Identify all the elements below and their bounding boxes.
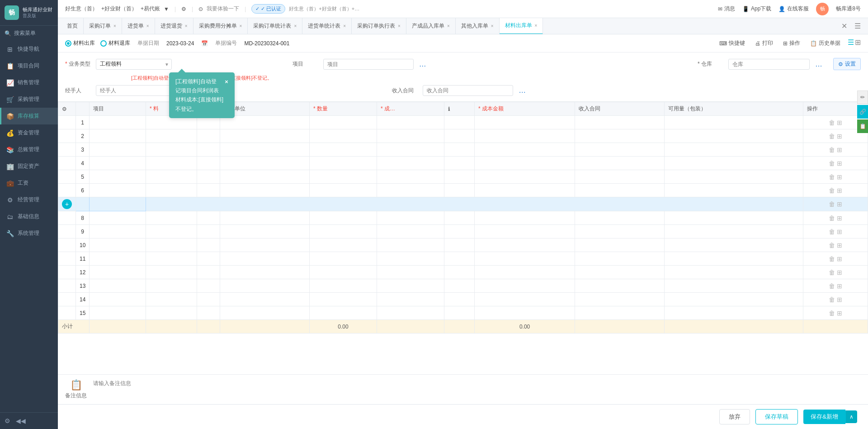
row-8-copy-icon[interactable]: ⊞ <box>837 214 842 222</box>
add-row-delete-icon[interactable]: 🗑 <box>829 200 835 208</box>
row-13-delete-icon[interactable]: 🗑 <box>829 282 835 290</box>
tab-product-inbound[interactable]: 产成品入库单× <box>406 18 456 34</box>
settings-btn[interactable]: ⚙ 设置 <box>833 58 861 70</box>
income-contract-input[interactable] <box>423 85 513 96</box>
row-1-income-contract[interactable] <box>575 116 665 129</box>
tab-close-purchase-order[interactable]: × <box>113 24 116 29</box>
row-9-delete-icon[interactable]: 🗑 <box>829 228 835 235</box>
sidebar-item-fixed-assets[interactable]: 🏢 固定资产 <box>0 158 58 175</box>
add-row-button[interactable]: + <box>62 199 72 209</box>
topbar-nav-dropdown[interactable]: ▼ <box>164 6 169 12</box>
sidebar-item-sales[interactable]: 📈 销售管理 <box>0 74 58 91</box>
row-13-copy-icon[interactable]: ⊞ <box>837 282 842 290</box>
tab-close-purchase-exec[interactable]: × <box>398 24 401 29</box>
row-15-delete-icon[interactable]: 🗑 <box>829 310 835 317</box>
topbar-experience-btn[interactable]: 我要体验一下 <box>207 5 239 13</box>
row-9-copy-icon[interactable]: ⊞ <box>837 228 842 235</box>
sidebar-item-basic-info[interactable]: 🗂 基础信息 <box>0 208 58 225</box>
topbar-nav-hyc[interactable]: +好业财（首） <box>101 5 137 13</box>
save-new-button[interactable]: 保存&新增 <box>803 410 845 424</box>
row-3-spec[interactable] <box>197 143 220 157</box>
row-2-qty[interactable] <box>310 129 377 143</box>
print-btn[interactable]: 🖨 打印 <box>752 38 776 48</box>
row-5-copy-icon[interactable]: ⊞ <box>837 173 842 181</box>
business-type-input[interactable] <box>96 59 172 70</box>
collapse-icon[interactable]: ◀◀ <box>16 417 26 424</box>
history-btn[interactable]: 📋 历史单据 <box>807 38 843 48</box>
row-4-copy-icon[interactable]: ⊞ <box>837 160 842 167</box>
income-contract-dots[interactable]: … <box>519 87 526 94</box>
avatar[interactable]: 畅 <box>816 3 829 15</box>
row-2-material[interactable] <box>146 129 197 143</box>
tab-purchase-expense[interactable]: 采购费用分摊单× <box>193 18 248 34</box>
topbar-nav-ydz[interactable]: +易代账 <box>141 5 160 13</box>
tab-close-other-inbound[interactable]: × <box>491 24 494 29</box>
list-view-icon[interactable]: ☰ <box>848 38 854 48</box>
row-2-warehouse-unit[interactable] <box>220 129 310 143</box>
right-tool-edit[interactable]: ✏ <box>857 91 868 104</box>
tab-menu-icon[interactable]: ☰ <box>851 22 864 30</box>
username[interactable]: 畅库通8号 <box>836 5 861 13</box>
row-10-delete-icon[interactable]: 🗑 <box>829 242 835 249</box>
row-6-delete-icon[interactable]: 🗑 <box>829 187 835 194</box>
row-1-cost-amount[interactable] <box>475 116 575 129</box>
online-service-btn[interactable]: 👤 在线客服 <box>778 5 809 13</box>
search-menu[interactable]: 🔍 搜索菜单 <box>0 26 58 41</box>
col-header-settings[interactable]: ⚙ <box>58 102 76 116</box>
row-3-qty[interactable] <box>310 143 377 157</box>
add-row-copy-icon[interactable]: ⊞ <box>837 200 842 208</box>
row-3-delete-icon[interactable]: 🗑 <box>829 146 835 153</box>
quick-key-btn[interactable]: ⌨ 快捷键 <box>717 38 748 48</box>
calendar-icon[interactable]: 📅 <box>201 40 208 47</box>
operation-btn[interactable]: ⊞ 操作 <box>780 38 803 48</box>
tab-close-all[interactable]: ✕ <box>838 22 851 30</box>
save-new-arrow-button[interactable]: ∧ <box>845 410 857 423</box>
radio-outbound[interactable]: 材料出库 <box>65 39 95 47</box>
row-3-income-contract[interactable] <box>575 143 665 157</box>
tab-close-incoming-return[interactable]: × <box>185 24 188 29</box>
warehouse-input[interactable] <box>728 59 810 70</box>
row-10-copy-icon[interactable]: ⊞ <box>837 242 842 249</box>
tab-close-incoming-stat[interactable]: × <box>343 24 346 29</box>
sidebar-item-ledger[interactable]: 📚 总账管理 <box>0 141 58 158</box>
row-1-delete-icon[interactable]: 🗑 <box>829 119 835 126</box>
row-1-cost[interactable] <box>377 116 444 129</box>
row-6-copy-icon[interactable]: ⊞ <box>837 187 842 194</box>
row-1-qty[interactable] <box>310 116 377 129</box>
sidebar-item-inventory[interactable]: 📦 库存核算 <box>0 108 58 124</box>
sidebar-item-quick-nav[interactable]: ⊞ 快捷导航 <box>0 41 58 57</box>
handler-input[interactable] <box>96 85 177 96</box>
row-3-material[interactable] <box>146 143 197 157</box>
project-dots[interactable]: … <box>419 61 426 68</box>
row-14-copy-icon[interactable]: ⊞ <box>837 296 842 303</box>
tab-purchase-order[interactable]: 采购订单× <box>84 18 122 34</box>
sidebar-item-project[interactable]: 📋 项目合同 <box>0 57 58 74</box>
tab-close-incoming[interactable]: × <box>146 24 149 29</box>
topbar-settings-icon[interactable]: ⚙ <box>181 6 186 12</box>
row-5-delete-icon[interactable]: 🗑 <box>829 173 835 181</box>
app-download-btn[interactable]: 📱 App下载 <box>742 5 771 13</box>
sidebar-item-finance[interactable]: 💰 资金管理 <box>0 124 58 141</box>
sidebar-item-purchase[interactable]: 🛒 采购管理 <box>0 91 58 108</box>
tab-incoming-stat[interactable]: 进货单统计表× <box>302 18 352 34</box>
tab-close-purchase-stat[interactable]: × <box>294 24 297 29</box>
tab-close-product-inbound[interactable]: × <box>447 24 450 29</box>
settings-icon[interactable]: ⚙ <box>5 417 10 424</box>
radio-return[interactable]: 材料退库 <box>100 39 130 47</box>
tab-other-inbound[interactable]: 其他入库单× <box>456 18 500 34</box>
tooltip-close[interactable]: × <box>225 77 228 87</box>
row-15-copy-icon[interactable]: ⊞ <box>837 310 842 317</box>
right-tool-link[interactable]: 🔗 <box>857 105 868 119</box>
warehouse-dots[interactable]: … <box>815 61 822 68</box>
topbar-nav-hsy[interactable]: 好生意（首） <box>65 5 98 13</box>
row-12-delete-icon[interactable]: 🗑 <box>829 269 835 276</box>
row-11-delete-icon[interactable]: 🗑 <box>829 255 835 262</box>
row-3-warehouse-unit[interactable] <box>220 143 310 157</box>
row-2-delete-icon[interactable]: 🗑 <box>829 133 835 140</box>
right-tool-green[interactable]: 📋 <box>857 119 868 133</box>
row-14-delete-icon[interactable]: 🗑 <box>829 296 835 303</box>
row-2-spec[interactable] <box>197 129 220 143</box>
message-btn[interactable]: ✉ 消息 <box>718 5 735 13</box>
row-2-project[interactable] <box>90 129 146 143</box>
discard-button[interactable]: 放弃 <box>719 409 750 424</box>
